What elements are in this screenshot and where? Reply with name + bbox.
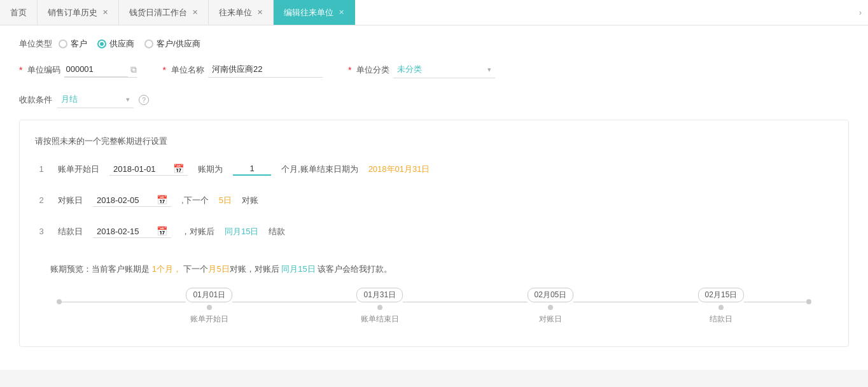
period-input[interactable]	[233, 162, 271, 176]
unit-name-input[interactable]	[208, 62, 323, 78]
tab-cash-work[interactable]: 钱货日清工作台 ✕	[119, 0, 209, 25]
row-2-prefix-text: ,下一个	[181, 195, 209, 206]
radio-both[interactable]: 客户/供应商	[144, 38, 200, 50]
tl-node-2-label: 账单结束日	[361, 314, 399, 325]
row-3-suffix: 结款	[269, 226, 285, 237]
tl-node-4-label: 结款日	[710, 314, 732, 325]
row-3-date-field: 📅	[93, 225, 171, 238]
radio-supplier[interactable]: 供应商	[97, 38, 134, 50]
unit-category-arrow-icon: ▾	[487, 66, 491, 74]
tl-node-3-dot	[548, 305, 553, 310]
timeline-left-dot	[57, 299, 62, 304]
row-2-label: 对账日	[58, 195, 83, 206]
tl-node-1-date: 01月01日	[186, 288, 232, 302]
tab-edit-partner[interactable]: 编辑往来单位 ✕	[274, 0, 355, 25]
tl-node-1: 01月01日 账单开始日	[186, 288, 232, 325]
tab-partner-unit[interactable]: 往来单位 ✕	[209, 0, 274, 25]
timeline-right-end	[806, 299, 811, 304]
row-2-date-input[interactable]	[97, 195, 154, 205]
settings-card: 请按照未来的一个完整帐期进行设置 1 账单开始日 📅 账期为 个月,账单结束日期…	[19, 120, 849, 347]
unit-category-field: * 单位分类 未分类 ▾	[348, 61, 495, 78]
row-1-label: 账单开始日	[58, 164, 99, 175]
tab-home[interactable]: 首页	[0, 0, 38, 25]
tl-node-4-date: 02月15日	[698, 288, 745, 302]
tl-node-3-label: 对账日	[539, 314, 562, 325]
unit-code-input[interactable]	[64, 62, 128, 77]
row-1-date-field: 📅	[109, 162, 188, 176]
preview-text: 账期预览：当前客户账期是 1个月， 下一个月5日对账，对账后 同月15日 该客户…	[50, 264, 818, 275]
unit-category-value: 未分类	[397, 64, 485, 75]
unit-code-input-wrap: ⧉	[64, 62, 137, 78]
tab-bar: 首页 销售订单历史 ✕ 钱货日清工作台 ✕ 往来单位 ✕ 编辑往来单位 ✕ ›	[0, 0, 868, 25]
preview-part3-highlight: 同月15日	[281, 264, 315, 274]
tl-node-4: 02月15日 结款日	[698, 288, 745, 325]
tab-cash-work-label: 钱货日清工作台	[129, 7, 187, 18]
preview-section: 账期预览：当前客户账期是 1个月， 下一个月5日对账，对账后 同月15日 该客户…	[35, 256, 833, 331]
row-3-num: 3	[35, 227, 48, 236]
tab-more-arrow[interactable]: ›	[853, 0, 868, 25]
unit-type-radio-group: 客户 供应商 客户/供应商	[59, 38, 200, 50]
tab-home-label: 首页	[10, 7, 27, 18]
row-1-middle-text: 账期为	[198, 164, 223, 175]
main-content: 单位类型 客户 供应商 客户/供应商 * 单位编码 ⧉	[0, 25, 868, 370]
tl-node-2-dot	[377, 305, 382, 310]
radio-customer-circle	[59, 39, 67, 48]
preview-part3-suffix: 该客户会给我打款。	[318, 264, 392, 274]
unit-type-row: 单位类型 客户 供应商 客户/供应商	[19, 38, 849, 50]
preview-part2-prefix: 下一个	[183, 264, 208, 274]
row-1-calendar-icon[interactable]: 📅	[173, 164, 184, 174]
radio-customer[interactable]: 客户	[59, 38, 87, 50]
unit-name-field: * 单位名称	[162, 62, 322, 78]
row-3-label: 结款日	[58, 226, 83, 237]
card-title: 请按照未来的一个完整帐期进行设置	[35, 136, 833, 147]
help-icon[interactable]: ?	[139, 95, 149, 105]
tab-cash-work-close[interactable]: ✕	[192, 8, 198, 17]
tl-node-2: 01月31日 账单结束日	[356, 288, 403, 325]
tab-partner-unit-close[interactable]: ✕	[257, 8, 263, 17]
row-1-date-input[interactable]	[113, 164, 171, 174]
unit-code-copy-icon[interactable]: ⧉	[130, 64, 137, 75]
preview-part1: 1个月，	[152, 264, 181, 274]
row-2-date-field: 📅	[93, 194, 171, 207]
row-3-calendar-icon[interactable]: 📅	[157, 226, 167, 236]
row-1-num: 1	[35, 164, 48, 174]
tl-seg-4	[573, 302, 697, 302]
row-2-calendar-icon[interactable]: 📅	[157, 195, 167, 205]
row-3-date-input[interactable]	[97, 227, 154, 236]
preview-part2-suffix: 对账，对账后	[230, 264, 279, 274]
tl-seg-2	[232, 302, 356, 302]
radio-supplier-label: 供应商	[109, 38, 134, 50]
tl-node-4-dot	[718, 305, 724, 310]
radio-both-circle	[144, 39, 153, 48]
tab-sales-history[interactable]: 销售订单历史 ✕	[38, 0, 119, 25]
unit-type-label: 单位类型	[19, 38, 52, 50]
setting-row-2: 2 对账日 📅 ,下一个5日对账	[35, 194, 833, 207]
tl-seg-1	[62, 302, 186, 302]
timeline-left-end	[57, 299, 62, 304]
tab-edit-partner-close[interactable]: ✕	[339, 8, 344, 17]
tl-seg-5	[744, 302, 806, 302]
tl-node-3-date: 02月05日	[528, 288, 574, 302]
tl-node-1-label: 账单开始日	[190, 314, 228, 325]
unit-category-select[interactable]: 未分类 ▾	[393, 61, 495, 78]
radio-both-label: 客户/供应商	[157, 38, 200, 50]
payment-terms-arrow-icon: ▾	[126, 95, 130, 104]
row-3-prefix: ，对账后	[181, 226, 214, 237]
row-1-highlight: 2018年01月31日	[368, 164, 430, 175]
tab-partner-unit-label: 往来单位	[219, 7, 252, 18]
row-2-highlight: 5日	[219, 195, 232, 206]
tab-edit-partner-label: 编辑往来单位	[284, 7, 333, 18]
tl-seg-3	[403, 302, 527, 302]
tab-sales-history-close[interactable]: ✕	[102, 8, 108, 17]
row-2-suffix: 对账	[242, 195, 258, 206]
row-1-suffix-text: 个月,账单结束日期为	[281, 164, 358, 175]
payment-terms-select[interactable]: 月结 ▾	[57, 91, 134, 108]
unit-info-row: * 单位编码 ⧉ * 单位名称 * 单位分类 未分类 ▾	[19, 61, 849, 78]
timeline: 01月01日 账单开始日 01月31日 账单结束日 02月05日	[50, 288, 818, 331]
payment-terms-row: 收款条件 月结 ▾ ?	[19, 91, 849, 108]
tab-sales-history-label: 销售订单历史	[48, 7, 97, 18]
radio-supplier-circle	[97, 39, 106, 48]
payment-terms-value: 月结	[61, 94, 123, 105]
unit-name-star: *	[162, 65, 165, 75]
unit-category-label: 单位分类	[356, 64, 389, 76]
